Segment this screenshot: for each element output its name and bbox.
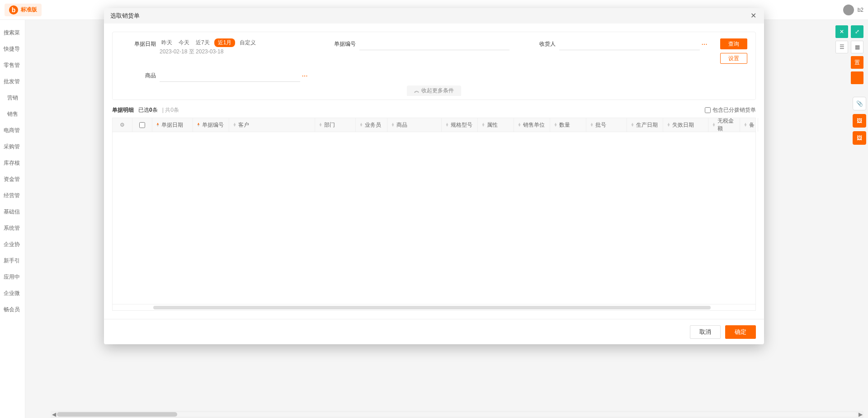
user-area: b2 xyxy=(843,5,863,15)
column-header-chk[interactable] xyxy=(132,118,152,132)
sidebar-item[interactable]: 库存核 xyxy=(0,155,25,171)
cancel-button[interactable]: 取消 xyxy=(690,325,721,339)
bg-btn-accent[interactable]: 置 xyxy=(851,56,863,69)
goods-label: 商品 xyxy=(121,70,156,80)
close-icon[interactable]: ✕ xyxy=(749,11,758,20)
column-label: 属性 xyxy=(487,121,498,129)
sort-icon[interactable] xyxy=(518,123,521,127)
gear-icon[interactable]: ⚙ xyxy=(120,122,125,128)
sidebar-item[interactable]: 快捷导 xyxy=(0,41,25,57)
column-header-pdate[interactable]: 生产日期 xyxy=(627,118,663,132)
bg-horizontal-scrollbar[interactable]: ◀ ▶ xyxy=(51,411,863,418)
user-name: b2 xyxy=(858,7,863,13)
sidebar-item[interactable]: 资金管 xyxy=(0,171,25,187)
query-button[interactable]: 查询 xyxy=(720,38,747,49)
scroll-right-icon[interactable]: ▶ xyxy=(857,411,863,418)
sidebar-item[interactable]: 搜索菜 xyxy=(0,24,25,41)
column-header-no[interactable]: 单据编号 xyxy=(193,118,229,132)
logo-text: 标准版 xyxy=(21,6,37,14)
result-bar: 单据明细 已选0条 | 共0条 包含已分拨销货单 xyxy=(112,106,756,114)
order-no-input[interactable] xyxy=(359,38,509,50)
sidebar-item[interactable]: 经营管 xyxy=(0,187,25,204)
column-header-gear[interactable]: ⚙ xyxy=(113,118,132,132)
sort-icon[interactable] xyxy=(319,123,322,127)
bg-btn[interactable]: ✕ xyxy=(835,25,848,38)
receiver-input[interactable] xyxy=(559,38,700,50)
column-header-dept[interactable]: 部门 xyxy=(315,118,356,132)
sidebar: 搜索菜快捷导零售管批发管营销销售电商管采购管库存核资金管经营管基础信系统管企业协… xyxy=(0,20,25,418)
column-header-cust[interactable]: 客户 xyxy=(229,118,315,132)
column-header-notax[interactable]: 无税金额 xyxy=(708,118,740,132)
sidebar-item[interactable]: 采购管 xyxy=(0,138,25,155)
column-label: 数量 xyxy=(559,121,570,129)
sort-icon[interactable] xyxy=(197,123,200,127)
date-preset-chip[interactable]: 近7天 xyxy=(194,38,212,47)
sort-icon[interactable] xyxy=(667,123,670,127)
column-header-goods[interactable]: 商品 xyxy=(387,118,442,132)
column-header-note[interactable]: 备 xyxy=(740,118,758,132)
side-icon-img1[interactable]: 🖼 xyxy=(853,114,866,128)
select-all-checkbox[interactable] xyxy=(139,122,145,128)
sort-icon[interactable] xyxy=(445,123,449,127)
sidebar-item[interactable]: 营销 xyxy=(0,90,25,106)
sort-icon[interactable] xyxy=(712,123,716,127)
sidebar-item[interactable]: 零售管 xyxy=(0,57,25,73)
ellipsis-icon[interactable]: ··· xyxy=(300,73,310,79)
column-label: 销售单位 xyxy=(523,121,545,129)
date-preset-chip[interactable]: 自定义 xyxy=(238,38,258,47)
field-receiver: 收货人 ··· xyxy=(520,38,709,50)
ellipsis-icon[interactable]: ··· xyxy=(700,41,709,48)
sidebar-item[interactable]: 系统管 xyxy=(0,220,25,236)
sidebar-item[interactable]: 基础信 xyxy=(0,204,25,220)
side-icon-img2[interactable]: 🖼 xyxy=(853,131,866,145)
column-header-attr[interactable]: 属性 xyxy=(478,118,514,132)
column-header-date[interactable]: 单据日期 xyxy=(152,118,193,132)
settings-button[interactable]: 设置 xyxy=(720,53,747,64)
sidebar-item[interactable]: 畅会员 xyxy=(0,301,25,318)
sidebar-item[interactable]: 新手引 xyxy=(0,252,25,269)
include-dispatched-input[interactable] xyxy=(705,107,711,113)
column-header-spec[interactable]: 规格型号 xyxy=(442,118,478,132)
sort-icon[interactable] xyxy=(233,123,236,127)
goods-input[interactable] xyxy=(160,70,300,82)
sort-icon[interactable] xyxy=(590,123,594,127)
date-preset-chip[interactable]: 近1月 xyxy=(214,38,236,47)
confirm-button[interactable]: 确定 xyxy=(725,325,756,339)
collapse-filters-button[interactable]: ︽ 收起更多条件 xyxy=(407,86,461,96)
sidebar-item[interactable]: 企业协 xyxy=(0,236,25,252)
sort-icon[interactable] xyxy=(359,123,363,127)
sort-icon[interactable] xyxy=(744,123,747,127)
column-label: 部门 xyxy=(324,121,335,129)
include-dispatched-checkbox[interactable]: 包含已分拨销货单 xyxy=(705,106,756,114)
column-header-unit[interactable]: 销售单位 xyxy=(514,118,550,132)
bg-btn-expand[interactable]: ⤢ xyxy=(851,25,863,38)
column-header-edate[interactable]: 失效日期 xyxy=(663,118,708,132)
column-header-sales[interactable]: 业务员 xyxy=(356,118,387,132)
bg-btn-list[interactable]: ☰ xyxy=(835,41,848,53)
sort-icon[interactable] xyxy=(481,123,485,127)
modal-footer: 取消 确定 xyxy=(104,319,764,344)
sidebar-item[interactable]: 电商管 xyxy=(0,122,25,138)
column-header-batch[interactable]: 批号 xyxy=(586,118,627,132)
sort-icon[interactable] xyxy=(554,123,557,127)
sidebar-item[interactable]: 企业微 xyxy=(0,285,25,301)
table-horizontal-scrollbar[interactable] xyxy=(113,304,755,310)
side-icon-clip[interactable]: 📎 xyxy=(853,97,866,110)
sort-icon[interactable] xyxy=(156,123,160,127)
filter-panel: 单据日期 昨天今天近7天近1月自定义 2023-02-18 至 2023-03-… xyxy=(112,32,756,100)
column-header-qty[interactable]: 数量 xyxy=(550,118,586,132)
sidebar-item[interactable]: 应用中 xyxy=(0,269,25,285)
sidebar-item[interactable]: 销售 xyxy=(0,106,25,122)
sort-icon[interactable] xyxy=(631,123,634,127)
bg-btn-grid[interactable]: ▦ xyxy=(851,41,863,53)
chevron-up-icon: ︽ xyxy=(414,87,420,95)
date-preset-chip[interactable]: 昨天 xyxy=(160,38,174,47)
field-goods: 商品 ··· xyxy=(121,70,310,82)
side-quick-actions: 📎 🖼 🖼 xyxy=(851,97,868,145)
bg-btn-accent2[interactable] xyxy=(851,71,863,84)
date-preset-chip[interactable]: 今天 xyxy=(177,38,191,47)
scroll-left-icon[interactable]: ◀ xyxy=(51,411,57,418)
modal-header: 选取销货单 ✕ xyxy=(104,8,764,24)
sidebar-item[interactable]: 批发管 xyxy=(0,73,25,90)
sort-icon[interactable] xyxy=(391,123,395,127)
